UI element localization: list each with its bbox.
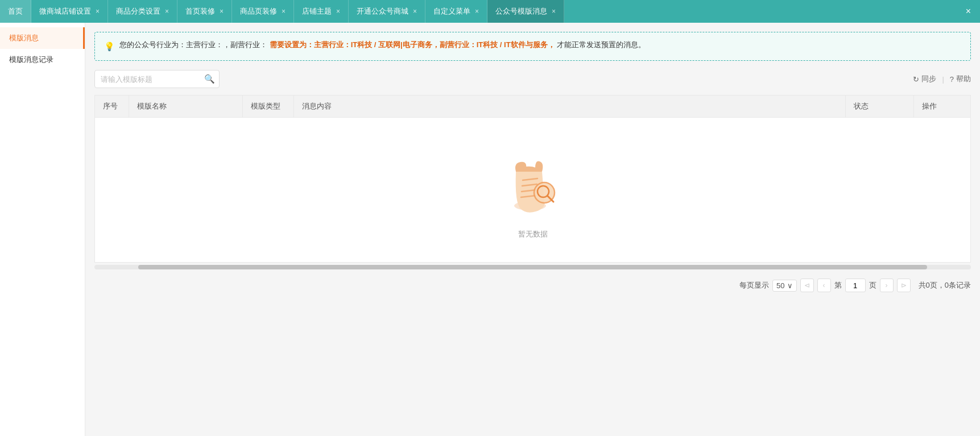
help-button[interactable]: ? 帮助 — [950, 74, 971, 84]
table-header-row: 序号 模版名称 模版类型 消息内容 状态 操作 — [95, 95, 971, 118]
window-close-button[interactable]: × — [957, 0, 980, 23]
notice-icon: 💡 — [104, 40, 115, 53]
search-input[interactable] — [94, 70, 220, 88]
sync-button[interactable]: ↻ 同步 — [913, 74, 936, 84]
horizontal-scrollbar[interactable] — [94, 265, 971, 269]
page-prev-button[interactable]: ‹ — [817, 279, 831, 292]
col-action: 操作 — [914, 95, 971, 118]
col-type: 模版类型 — [243, 95, 294, 118]
search-input-wrap: 🔍 — [94, 70, 220, 88]
tab-close-theme[interactable]: × — [336, 7, 340, 15]
sync-icon: ↻ — [913, 75, 919, 84]
tab-productpage[interactable]: 商品页装修 × — [232, 0, 294, 23]
main-layout: 模版消息 模版消息记录 💡 您的公众号行业为：主营行业：，副营行业： 需要设置为… — [0, 23, 980, 436]
page-size-label: 每页显示 — [739, 280, 769, 290]
tab-close-category[interactable]: × — [165, 7, 169, 15]
tab-close-custommenu[interactable]: × — [475, 7, 479, 15]
toolbar-divider: | — [942, 75, 944, 84]
empty-illustration — [499, 152, 567, 220]
help-icon: ? — [950, 75, 954, 84]
col-index: 序号 — [95, 95, 129, 118]
toolbar-right: ↻ 同步 | ? 帮助 — [913, 74, 971, 84]
notice-text: 您的公众号行业为：主营行业：，副营行业： 需要设置为：主营行业：IT科技 / 互… — [119, 39, 646, 51]
tab-close-homepage[interactable]: × — [220, 7, 224, 15]
chevron-down-icon: ∨ — [787, 281, 793, 290]
page-label: 页 — [869, 280, 876, 290]
col-status: 状态 — [846, 95, 914, 118]
tab-custommenu[interactable]: 自定义菜单 × — [425, 0, 487, 23]
tab-close-weishop[interactable]: × — [96, 7, 100, 15]
empty-state-row: 暂无数据 — [95, 118, 971, 263]
page-total: 共0页，0条记录 — [919, 280, 971, 290]
data-table: 序号 模版名称 模版类型 消息内容 状态 操作 — [94, 95, 971, 263]
notice-box: 💡 您的公众号行业为：主营行业：，副营行业： 需要设置为：主营行业：IT科技 /… — [94, 32, 971, 61]
page-di-label: 第 — [834, 280, 842, 290]
search-bar: 🔍 ↻ 同步 | ? 帮助 — [94, 70, 971, 88]
tab-close-templatemsg[interactable]: × — [552, 7, 556, 15]
sidebar: 模版消息 模版消息记录 — [0, 23, 85, 436]
page-last-button[interactable]: ⊳ — [897, 279, 911, 292]
tab-bar: 首页 微商城店铺设置 × 商品分类设置 × 首页装修 × 商品页装修 × 店铺主… — [0, 0, 980, 23]
tab-openstore[interactable]: 开通公众号商城 × — [349, 0, 425, 23]
col-name: 模版名称 — [129, 95, 243, 118]
empty-state: 暂无数据 — [95, 118, 970, 262]
tab-homepage[interactable]: 首页装修 × — [177, 0, 232, 23]
sidebar-item-template-msg-record[interactable]: 模版消息记录 — [0, 49, 85, 70]
pagination: 每页显示 50 ∨ ⊲ ‹ 第 页 › ⊳ 共0页，0条记录 — [94, 274, 971, 294]
table-container: 序号 模版名称 模版类型 消息内容 状态 操作 — [94, 95, 971, 263]
tab-theme[interactable]: 店铺主题 × — [294, 0, 349, 23]
content-area: 💡 您的公众号行业为：主营行业：，副营行业： 需要设置为：主营行业：IT科技 /… — [85, 23, 980, 436]
page-next-button[interactable]: › — [880, 279, 894, 292]
tab-close-productpage[interactable]: × — [282, 7, 286, 15]
page-number-input[interactable] — [845, 279, 866, 292]
tab-home[interactable]: 首页 — [0, 0, 31, 23]
tab-weishop[interactable]: 微商城店铺设置 × — [31, 0, 108, 23]
page-size-select[interactable]: 50 ∨ — [772, 280, 796, 292]
tab-templatemsg[interactable]: 公众号模版消息 × — [487, 0, 564, 23]
sidebar-item-template-msg[interactable]: 模版消息 — [0, 27, 85, 49]
empty-text: 暂无数据 — [518, 229, 548, 239]
col-content: 消息内容 — [294, 95, 846, 118]
search-button[interactable]: 🔍 — [204, 74, 215, 84]
tab-category[interactable]: 商品分类设置 × — [108, 0, 177, 23]
scroll-thumb — [138, 265, 927, 269]
tab-close-openstore[interactable]: × — [413, 7, 417, 15]
page-first-button[interactable]: ⊲ — [800, 279, 814, 292]
